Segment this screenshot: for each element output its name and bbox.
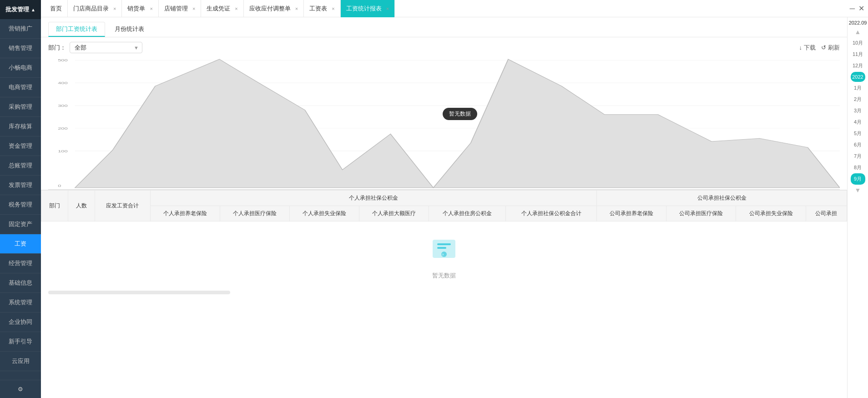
timeline-year-label[interactable]: 2022.09 [847, 19, 868, 26]
timeline-month-1[interactable]: 1月 [848, 82, 868, 94]
sidebar-item-经营管理[interactable]: 经营管理 [0, 254, 41, 273]
timeline-panel: 2022.09 ▲ 10月 11月 12月 2022 1月 2月 3月 4月 5… [847, 17, 868, 398]
horizontal-scrollbar[interactable] [48, 291, 230, 294]
tab-工资表[interactable]: 工资表× [304, 0, 340, 17]
timeline-month-10[interactable]: 10月 [848, 37, 868, 49]
timeline-month-6[interactable]: 6月 [848, 139, 868, 151]
tab-店铺管理[interactable]: 店铺管理× [159, 0, 201, 17]
toolbar: 部门： 全部 ▼ ↓ 下载 [41, 37, 847, 58]
sidebar-header[interactable]: 批发管理 ▲ [0, 0, 41, 19]
table-header-row-2: 个人承担养老保险 个人承担医疗保险 个人承担失业保险 个人承担大额医疗 个人承担… [41, 206, 847, 222]
sidebar-item-新手引导[interactable]: 新手引导 [0, 332, 41, 352]
sidebar-item-工资[interactable]: 工资 [0, 234, 41, 254]
timeline-month-7[interactable]: 7月 [848, 151, 868, 162]
tab-close-门店商品目录[interactable]: × [113, 6, 116, 11]
timeline-up-arrow[interactable]: ▲ [853, 26, 863, 37]
timeline-month-8[interactable]: 8月 [848, 162, 868, 173]
toolbar-right: ↓ 下载 ↺ 刷新 [799, 44, 840, 52]
tab-close-工资表[interactable]: × [332, 6, 334, 11]
th-p-total: 个人承担社保公积金合计 [505, 206, 596, 222]
refresh-icon: ↺ [821, 44, 826, 51]
svg-text:?: ? [442, 253, 444, 257]
timeline-month-5[interactable]: 5月 [848, 128, 868, 139]
tab-应收应付调整单[interactable]: 应收应付调整单× [244, 0, 304, 17]
th-count: 人数 [68, 191, 95, 222]
chart-wrap: 500 400 300 200 100 0 [48, 58, 840, 190]
chart-container: 500 400 300 200 100 0 [41, 58, 847, 190]
sidebar-item-税务管理[interactable]: 税务管理 [0, 195, 41, 215]
table-header-row-1: 部门 人数 应发工资合计 个人承担社保公积金 公司承担社保公积金 [41, 191, 847, 206]
sub-tabs: 部门工资统计表月份统计表 [41, 17, 847, 37]
dept-select-wrapper: 全部 ▼ [70, 42, 142, 53]
empty-label: 暂无数据 [432, 272, 456, 280]
sidebar-item-小畅电商[interactable]: 小畅电商 [0, 58, 41, 78]
sidebar-item-固定资产[interactable]: 固定资产 [0, 215, 41, 234]
data-table: 部门 人数 应发工资合计 个人承担社保公积金 公司承担社保公积金 个人承担养老保… [41, 190, 847, 222]
dept-label: 部门： [48, 44, 66, 52]
tab-close-店铺管理[interactable]: × [192, 6, 195, 11]
tab-close-应收应付调整单[interactable]: × [295, 6, 298, 11]
timeline-month-2[interactable]: 2月 [848, 94, 868, 105]
sidebar-footer[interactable]: ⚙ [0, 380, 41, 398]
tab-close-销货单[interactable]: × [150, 6, 152, 11]
chart-no-data-bubble: 暂无数据 [443, 108, 477, 120]
sidebar-item-发票管理[interactable]: 发票管理 [0, 176, 41, 195]
timeline-month-4[interactable]: 4月 [848, 116, 868, 128]
svg-text:300: 300 [58, 104, 68, 108]
timeline-month-12[interactable]: 12月 [848, 60, 868, 71]
th-c-medical: 公司承担医疗保险 [666, 206, 736, 222]
refresh-button[interactable]: ↺ 刷新 [821, 44, 840, 52]
tab-工资统计报表[interactable]: 工资统计报表× [341, 0, 395, 17]
sidebar-item-采购管理[interactable]: 采购管理 [0, 97, 41, 117]
svg-text:0: 0 [58, 184, 61, 188]
sidebar-item-营销推广[interactable]: 营销推广 [0, 19, 41, 39]
svg-text:500: 500 [58, 59, 68, 62]
minimize-icon[interactable]: ─ [850, 5, 855, 13]
svg-text:100: 100 [58, 149, 68, 153]
timeline-down-arrow[interactable]: ▼ [853, 185, 863, 196]
download-button[interactable]: ↓ 下载 [799, 44, 816, 52]
timeline-month-9[interactable]: 9月 [851, 173, 865, 185]
empty-icon-svg: ? [426, 231, 462, 267]
th-personal-insurance: 个人承担社保公积金 [150, 191, 597, 206]
timeline-year-2022[interactable]: 2022 [851, 72, 865, 82]
sidebar-title: 批发管理 [5, 5, 29, 14]
th-p-pension: 个人承担养老保险 [150, 206, 220, 222]
sidebar-item-企业协同[interactable]: 企业协同 [0, 312, 41, 332]
sidebar-arrow-icon: ▲ [31, 7, 35, 12]
tab-close-工资统计报表[interactable]: × [386, 6, 389, 11]
subtab-月份统计表[interactable]: 月份统计表 [107, 22, 152, 37]
gear-icon: ⚙ [18, 386, 23, 393]
tab-门店商品目录[interactable]: 门店商品目录× [68, 0, 122, 17]
sidebar-item-库存核算[interactable]: 库存核算 [0, 117, 41, 136]
content: 部门工资统计表月份统计表 部门： 全部 ▼ [41, 17, 847, 398]
download-icon: ↓ [799, 44, 802, 51]
sidebar-item-电商管理[interactable]: 电商管理 [0, 78, 41, 97]
th-p-housing: 个人承担住房公积金 [429, 206, 506, 222]
tab-生成凭证[interactable]: 生成凭证× [201, 0, 243, 17]
th-company-insurance: 公司承担社保公积金 [597, 191, 847, 206]
svg-rect-14 [437, 247, 446, 249]
svg-text:200: 200 [58, 126, 68, 130]
close-icon[interactable]: ✕ [858, 4, 864, 13]
sidebar-item-系统管理[interactable]: 系统管理 [0, 293, 41, 312]
table-container[interactable]: 部门 人数 应发工资合计 个人承担社保公积金 公司承担社保公积金 个人承担养老保… [41, 190, 847, 398]
main-content-inner: 部门工资统计表月份统计表 部门： 全部 ▼ [41, 17, 847, 398]
tab-close-生成凭证[interactable]: × [235, 6, 237, 11]
sidebar-item-基础信息[interactable]: 基础信息 [0, 273, 41, 293]
sidebar-item-总账管理[interactable]: 总账管理 [0, 156, 41, 176]
sidebar-item-销售管理[interactable]: 销售管理 [0, 39, 41, 58]
tab-销货单[interactable]: 销货单× [122, 0, 158, 17]
main-area: 首页门店商品目录×销货单×店铺管理×生成凭证×应收应付调整单×工资表×工资统计报… [41, 0, 868, 398]
th-total-wage: 应发工资合计 [95, 191, 150, 222]
subtab-部门工资统计表[interactable]: 部门工资统计表 [48, 22, 105, 37]
th-dept: 部门 [41, 191, 68, 222]
timeline-month-11[interactable]: 11月 [848, 49, 868, 60]
sidebar-item-资金管理[interactable]: 资金管理 [0, 136, 41, 156]
th-c-pension: 公司承担养老保险 [597, 206, 666, 222]
dept-select[interactable]: 全部 [70, 42, 142, 53]
svg-text:400: 400 [58, 81, 68, 85]
sidebar-item-云应用[interactable]: 云应用 [0, 352, 41, 371]
tab-首页[interactable]: 首页 [45, 0, 68, 17]
timeline-month-3[interactable]: 3月 [848, 105, 868, 116]
